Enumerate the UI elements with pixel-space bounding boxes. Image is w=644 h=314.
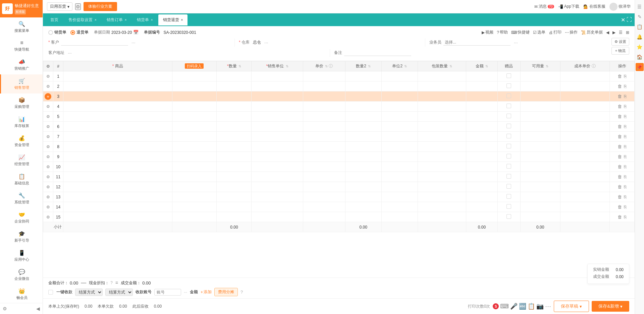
- address-dots[interactable]: ···: [68, 50, 72, 56]
- one-click-checkbox[interactable]: [48, 290, 53, 295]
- amount-cell[interactable]: [466, 152, 498, 162]
- unit-price-cell[interactable]: [303, 91, 345, 102]
- amount-cell[interactable]: [466, 71, 498, 81]
- save-new-btn[interactable]: 保存&新增 ▾: [592, 301, 629, 312]
- add-row-btn[interactable]: +: [45, 93, 51, 100]
- available-cell[interactable]: [520, 192, 560, 202]
- tab-price-setting[interactable]: 售价提取设置 ×: [64, 14, 101, 25]
- cost-price-cell[interactable]: [560, 102, 610, 112]
- available-cell[interactable]: [520, 112, 560, 122]
- pkg-qty-cell[interactable]: [418, 91, 466, 102]
- rt-expand-btn[interactable]: ☰: [636, 3, 644, 11]
- pkg-qty-cell[interactable]: [418, 112, 466, 122]
- quantity2-cell[interactable]: [345, 102, 381, 112]
- unit-price-cell[interactable]: [303, 202, 345, 212]
- cost-price-cell[interactable]: [560, 122, 610, 132]
- available-cell[interactable]: [520, 132, 560, 142]
- product-cell[interactable]: [63, 182, 172, 192]
- avail-sort-icon[interactable]: ⇅: [546, 64, 548, 68]
- topbar-gear-btn[interactable]: ⚙: [75, 3, 81, 10]
- product-cell[interactable]: [63, 132, 172, 142]
- product-cell[interactable]: [63, 202, 172, 212]
- mic-icon[interactable]: 🎤: [510, 303, 518, 310]
- unit-cell[interactable]: [252, 81, 303, 91]
- unit2-cell[interactable]: [381, 202, 418, 212]
- available-cell[interactable]: [520, 162, 560, 172]
- unit-price-cell[interactable]: [303, 192, 345, 202]
- radio-delivery[interactable]: 销货单: [48, 29, 66, 35]
- row-gear[interactable]: ⚙: [43, 122, 53, 132]
- gift-cell[interactable]: [498, 142, 520, 152]
- amount-cell[interactable]: [466, 162, 498, 172]
- available-cell[interactable]: [520, 182, 560, 192]
- amount-cell[interactable]: [466, 172, 498, 182]
- gift-checkbox[interactable]: [506, 204, 511, 209]
- logistics-side-btn[interactable]: + 物流: [611, 47, 629, 55]
- gift-cell[interactable]: [498, 152, 520, 162]
- gift-cell[interactable]: [498, 202, 520, 212]
- product-cell[interactable]: [63, 71, 172, 81]
- note-input[interactable]: [344, 50, 411, 56]
- pkg-qty-cell[interactable]: [418, 102, 466, 112]
- sidebar-item-wechat[interactable]: 💬 企业微信: [0, 265, 43, 285]
- rt-pin-btn[interactable]: 📌: [636, 63, 644, 71]
- row-gear[interactable]: ⚙: [43, 152, 53, 162]
- amount-cell[interactable]: [466, 122, 498, 132]
- price-info-icon[interactable]: ⓘ: [329, 64, 333, 68]
- keyboard-icon[interactable]: ⌨: [500, 303, 509, 310]
- gift-checkbox[interactable]: [506, 144, 511, 148]
- quantity-cell[interactable]: [217, 192, 252, 202]
- pkg-qty-cell[interactable]: [418, 172, 466, 182]
- gift-cell[interactable]: [498, 192, 520, 202]
- sidebar-item-app[interactable]: 📱 应用中心: [0, 246, 43, 265]
- sidebar-item-guide[interactable]: 🎓 新手引导: [0, 227, 43, 246]
- quantity2-cell[interactable]: [345, 142, 381, 152]
- quantity-cell[interactable]: [217, 212, 252, 222]
- gift-checkbox[interactable]: [506, 114, 511, 118]
- pkg-qty-cell[interactable]: [418, 81, 466, 91]
- amount-cell[interactable]: [466, 91, 498, 102]
- row-gear[interactable]: ⚙: [43, 212, 53, 222]
- available-cell[interactable]: [520, 212, 560, 222]
- gift-cell[interactable]: [498, 122, 520, 132]
- delete-row-icon[interactable]: 🗑: [618, 164, 622, 169]
- quantity-cell[interactable]: [217, 132, 252, 142]
- delete-row-icon[interactable]: 🗑: [618, 124, 622, 129]
- unit2-cell[interactable]: [381, 212, 418, 222]
- tab-sales-delivery[interactable]: 销货单 ×: [132, 14, 158, 25]
- delete-row-icon[interactable]: 🗑: [618, 84, 622, 89]
- delete-row-icon[interactable]: 🗑: [618, 184, 622, 189]
- tab-sales-order-close[interactable]: ×: [125, 18, 127, 22]
- product-cell[interactable]: [63, 162, 172, 172]
- product-input[interactable]: [65, 94, 171, 99]
- quantity2-cell[interactable]: [345, 212, 381, 222]
- pkg-qty-cell[interactable]: [418, 162, 466, 172]
- product-cell[interactable]: [63, 212, 172, 222]
- unit2-cell[interactable]: [381, 91, 418, 102]
- gift-checkbox[interactable]: [506, 154, 511, 159]
- salesperson-input[interactable]: [443, 39, 511, 46]
- copy-row-icon[interactable]: ⎘: [624, 204, 627, 209]
- warehouse-dots[interactable]: ···: [264, 40, 268, 45]
- operation-btn[interactable]: ⋯ 操作: [565, 29, 578, 35]
- delete-row-icon[interactable]: 🗑: [618, 104, 622, 109]
- gift-checkbox[interactable]: [506, 73, 511, 78]
- gift-checkbox[interactable]: [506, 134, 511, 138]
- copy-row-icon[interactable]: ⎘: [624, 174, 627, 179]
- available-cell[interactable]: [520, 172, 560, 182]
- unit2-cell[interactable]: [381, 102, 418, 112]
- unit-cell[interactable]: [252, 132, 303, 142]
- sidebar-item-marketing[interactable]: 📣 营销推广: [0, 55, 43, 74]
- tab-sales-return[interactable]: 销货退货 ×: [158, 14, 188, 25]
- copy-row-icon[interactable]: ⎘: [624, 134, 627, 139]
- unit-price-cell[interactable]: [303, 152, 345, 162]
- tab-price-setting-close[interactable]: ×: [95, 18, 97, 22]
- amount-cell[interactable]: [466, 132, 498, 142]
- pkg-qty-cell[interactable]: [418, 192, 466, 202]
- unit2-cell[interactable]: [381, 71, 418, 81]
- tab-close-all-btn[interactable]: ✕: [621, 17, 625, 23]
- quantity-sort-icon[interactable]: ⇅: [238, 64, 241, 68]
- amount-cell[interactable]: [466, 112, 498, 122]
- gift-cell[interactable]: [498, 91, 520, 102]
- quantity-cell[interactable]: [217, 152, 252, 162]
